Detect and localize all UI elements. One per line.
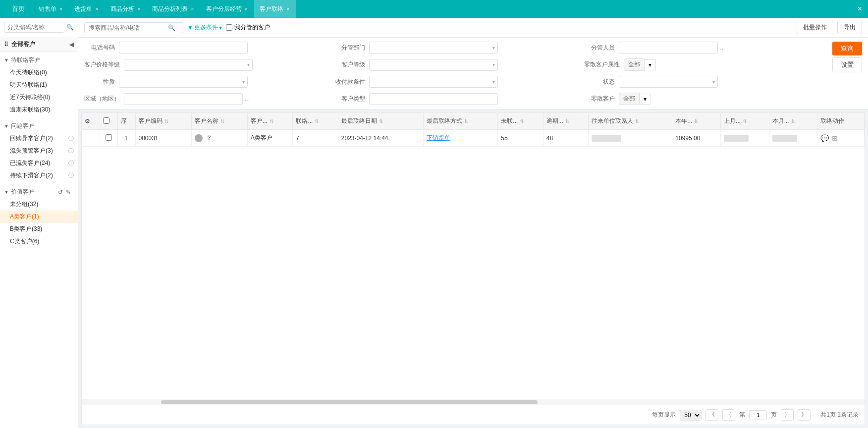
close-tab-5-icon[interactable]: × xyxy=(286,6,289,12)
nature-select[interactable] xyxy=(119,76,248,88)
status-select[interactable] xyxy=(619,76,718,88)
next-page-btn[interactable]: 〉 xyxy=(781,409,794,421)
nav-home[interactable]: 首页 xyxy=(4,0,33,18)
col-gear[interactable]: ⚙ xyxy=(82,113,100,130)
region-dots-btn[interactable]: ... xyxy=(243,94,252,105)
gear-icon[interactable]: ⚙ xyxy=(85,118,90,125)
sidebar-item-tomorrow[interactable]: 明天待联络(1) xyxy=(0,79,78,91)
sidebar-item-loss-warning[interactable]: 流失预警客户(3) ⓘ xyxy=(0,145,78,157)
last-contact-type-link[interactable]: 下销货单 xyxy=(427,134,450,141)
sidebar-collapse-btn[interactable]: ◀ xyxy=(69,41,74,48)
info-icon-3[interactable]: ⓘ xyxy=(68,160,74,167)
my-customers-checkbox-wrap[interactable]: 我分管的客户 xyxy=(226,23,270,32)
export-btn[interactable]: 导出 xyxy=(837,21,862,34)
page-input[interactable] xyxy=(749,410,767,420)
region-input[interactable] xyxy=(124,93,243,105)
col-last-date[interactable]: 最后联络日期⇅ xyxy=(338,113,423,130)
sidebar-item-lost[interactable]: 已流失客户(24) ⓘ xyxy=(0,157,78,169)
col-name[interactable]: 客户名称⇅ xyxy=(191,113,247,130)
qr-icon[interactable]: ⊞ xyxy=(832,134,838,142)
nav-tab-2[interactable]: 商品分析 × xyxy=(105,0,146,18)
col-last-type[interactable]: 最后联络方式⇅ xyxy=(424,113,498,130)
grid-icon: ⠿ xyxy=(4,41,8,48)
person-input[interactable] xyxy=(619,42,718,54)
query-btn[interactable]: 查询 xyxy=(832,42,862,55)
select-all-checkbox[interactable] xyxy=(103,117,109,124)
sidebar-section-pending-title[interactable]: ▼ 待联络客户 xyxy=(0,54,78,66)
col-this-month[interactable]: 本月...⇅ xyxy=(769,113,817,130)
per-page-label: 每页显示 xyxy=(652,411,676,419)
sidebar-search-input[interactable] xyxy=(4,22,64,33)
close-tab-0-icon[interactable]: × xyxy=(59,6,62,12)
retail-chevron-icon[interactable]: ▾ xyxy=(640,94,651,105)
dept-select[interactable] xyxy=(369,42,498,54)
sidebar-item-b-class[interactable]: B类客户(33) xyxy=(0,223,78,235)
sidebar-item-today[interactable]: 今天待联络(0) xyxy=(0,66,78,79)
sidebar-item-unclassified[interactable]: 未分组(32) xyxy=(0,198,78,211)
person-dots-btn[interactable]: ... xyxy=(718,42,727,53)
col-no-contact[interactable]: 未联...⇅ xyxy=(498,113,543,130)
horizontal-scrollbar[interactable] xyxy=(82,399,865,405)
nav-tab-3[interactable]: 商品分析列表 × xyxy=(146,0,200,18)
info-icon-4[interactable]: ⓘ xyxy=(68,172,74,179)
col-contact2[interactable]: 往来单位联系人⇅ xyxy=(589,113,672,130)
top-nav: 首页 销售单 × 进货单 × 商品分析 × 商品分析列表 × 客户分层经营 × … xyxy=(0,0,868,18)
filter-search-icon[interactable]: 🔍 xyxy=(168,24,175,31)
col-code[interactable]: 客户编码⇅ xyxy=(135,113,191,130)
row-last-type-cell[interactable]: 下销货单 xyxy=(424,130,498,147)
refresh-icon[interactable]: ↺ xyxy=(58,189,63,196)
nav-tab-0[interactable]: 销售单 × xyxy=(33,0,68,18)
sidebar-search-icon[interactable]: 🔍 xyxy=(66,24,74,31)
filter-search-input[interactable] xyxy=(89,24,168,31)
col-type[interactable]: 客户...⇅ xyxy=(247,113,292,130)
col-last-month[interactable]: 上月...⇅ xyxy=(721,113,769,130)
info-icon-2[interactable]: ⓘ xyxy=(68,147,74,155)
row-name-cell: ？ xyxy=(191,130,247,147)
filter-more-btn[interactable]: ▼ 更多条件 ▾ xyxy=(187,23,222,32)
col-action: 联络动作 xyxy=(817,113,865,130)
info-icon-1[interactable]: ⓘ xyxy=(68,135,74,142)
sidebar-item-declining[interactable]: 持续下滑客户(2) ⓘ xyxy=(0,169,78,182)
edit-icon[interactable]: ✎ xyxy=(66,189,71,196)
sidebar-item-repurchase-abnormal[interactable]: 回购异常客户(2) ⓘ xyxy=(0,132,78,145)
table-wrapper[interactable]: ⚙ 序 客户编码⇅ 客户名称⇅ 客户...⇅ 联络...⇅ 最后联络日期⇅ 最后 xyxy=(82,113,865,399)
sidebar-item-a-class[interactable]: A类客户(1) xyxy=(0,211,78,223)
col-overdue[interactable]: 逾期...⇅ xyxy=(543,113,588,130)
sidebar-item-c-class[interactable]: C类客户(6) xyxy=(0,235,78,248)
close-window-icon[interactable]: × xyxy=(858,4,862,13)
col-contact[interactable]: 联络...⇅ xyxy=(293,113,338,130)
chat-icon[interactable]: 💬 xyxy=(820,134,829,142)
close-tab-2-icon[interactable]: × xyxy=(137,6,140,12)
sidebar-item-overdue[interactable]: 逾期未联络(30) xyxy=(0,104,78,116)
row-checkbox-cell[interactable] xyxy=(100,130,117,147)
sidebar-section-problem-title[interactable]: ▼ 问题客户 xyxy=(0,120,78,132)
row-checkbox[interactable] xyxy=(106,134,112,141)
per-page-select[interactable]: 50 xyxy=(680,410,702,421)
phone-input[interactable] xyxy=(119,42,248,54)
setting-btn[interactable]: 设置 xyxy=(832,57,862,72)
sidebar-item-7days[interactable]: 近7天待联络(0) xyxy=(0,91,78,104)
payment-select[interactable] xyxy=(369,76,498,88)
nav-tab-1[interactable]: 进货单 × xyxy=(68,0,104,18)
batch-op-btn[interactable]: 批量操作 xyxy=(797,21,833,34)
retail-attr-chevron-icon[interactable]: ▾ xyxy=(645,59,656,70)
customer-grade-select[interactable] xyxy=(369,59,498,71)
scrollbar-thumb[interactable] xyxy=(161,400,538,404)
col-this-year[interactable]: 本年...⇅ xyxy=(672,113,721,130)
nav-tab-4[interactable]: 客户分层经营 × xyxy=(200,0,254,18)
ctype-input[interactable] xyxy=(369,93,498,105)
row-no-contact-cell: 55 xyxy=(498,130,543,147)
first-page-btn[interactable]: 《 xyxy=(705,409,718,421)
prev-page-btn[interactable]: 〈 xyxy=(722,409,735,421)
last-page-btn[interactable]: 》 xyxy=(798,409,811,421)
col-checkbox[interactable] xyxy=(100,113,117,130)
nav-tab-5[interactable]: 客户联络 × xyxy=(254,0,295,18)
close-tab-1-icon[interactable]: × xyxy=(95,6,98,12)
my-customers-checkbox[interactable] xyxy=(226,24,232,31)
close-tab-4-icon[interactable]: × xyxy=(245,6,248,12)
close-tab-3-icon[interactable]: × xyxy=(191,6,194,12)
price-grade-select[interactable] xyxy=(124,59,253,71)
person-label: 分管人员 xyxy=(584,44,619,52)
sidebar-section-value-title[interactable]: ▼ 价值客户 ↺ ✎ xyxy=(0,186,78,198)
page-unit-label: 页 xyxy=(771,411,777,419)
